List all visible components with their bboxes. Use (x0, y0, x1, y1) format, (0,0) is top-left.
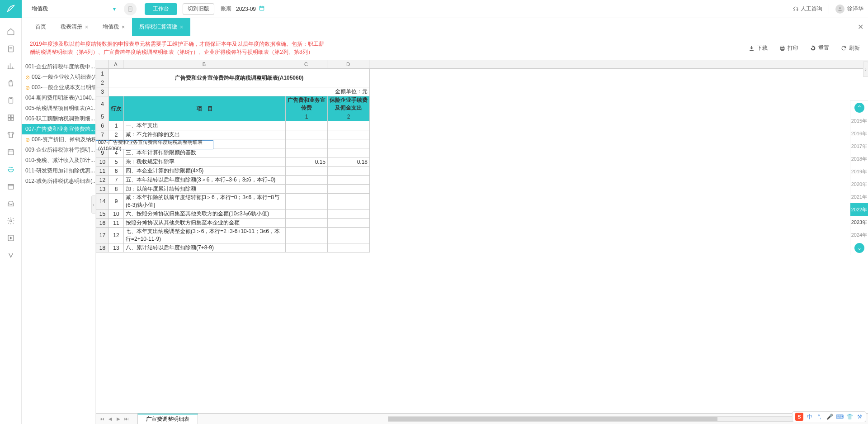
year-item[interactable]: 2015年 (850, 114, 868, 127)
cell-col-d[interactable] (328, 210, 370, 219)
hdr-col-c[interactable]: 广告费和业务宣传费 (286, 96, 328, 112)
tabbar-close-icon[interactable]: ✕ (858, 23, 863, 31)
row-header[interactable]: 15 (96, 210, 109, 219)
chevron-down-icon[interactable]: ▾ (113, 6, 116, 12)
report-item-2[interactable]: ⊘ 003-一般企业成本支出明细... (22, 82, 95, 93)
consult-link[interactable]: 人工咨询 (793, 5, 822, 13)
nav-grid-icon[interactable] (0, 110, 22, 125)
cell-item[interactable]: 四、本企业计算的扣除限额(4×5) (124, 167, 286, 176)
cell-item[interactable]: 五、本年结转以后年度扣除额(3＞6，本行=3-6；3≤6，本行=0) (124, 176, 286, 185)
row-header[interactable]: 12 (96, 176, 109, 185)
ime-keyboard-icon[interactable]: ⌨ (836, 414, 843, 420)
nav-gear-icon[interactable] (0, 214, 22, 228)
cell-item[interactable]: 六、按照分摊协议归集至其他关联方的金额(10≤3与6孰小值) (124, 210, 286, 219)
cell-col-d[interactable] (328, 176, 370, 185)
nav-bag-icon[interactable] (0, 76, 22, 91)
cell-item[interactable]: 乘：税收规定扣除率 (124, 157, 286, 167)
nav-doc-icon[interactable] (0, 42, 22, 56)
cell-item[interactable]: 一、本年支出 (124, 121, 286, 130)
hdr-col-d[interactable]: 保险企业手续费及佣金支出 (328, 96, 370, 112)
scrollbar-thumb[interactable] (388, 417, 717, 421)
refresh-button[interactable]: 刷新 (841, 44, 860, 52)
year-scroll-down-icon[interactable]: ⌄ (854, 243, 864, 253)
nav-inbox-icon[interactable] (0, 196, 22, 211)
hdr-rowno[interactable]: 行次 (109, 96, 124, 121)
year-item[interactable]: 2024年 (850, 229, 868, 241)
report-item-7[interactable]: ⊘ 008-资产折旧、摊销及纳税... (22, 134, 95, 145)
sheet-title[interactable]: 广告费和业务宣传费跨年度纳税调整明细表(A105060) (109, 69, 370, 87)
year-item[interactable]: 2021年 (850, 191, 868, 203)
cell-rowno[interactable]: 6 (109, 167, 124, 176)
hdr-item[interactable]: 项 目 (124, 96, 286, 121)
row-header[interactable]: 4 (96, 96, 109, 112)
horizontal-scrollbar[interactable] (388, 416, 859, 422)
row-header[interactable]: 7 (96, 130, 109, 139)
row-header[interactable]: 1 (96, 69, 109, 78)
row-header[interactable]: 6 (96, 121, 109, 130)
year-item[interactable]: 2022年 (850, 203, 868, 216)
year-scroll-up-icon[interactable]: ⌃ (854, 103, 864, 113)
cell-col-c[interactable] (286, 210, 328, 219)
cell-rowno[interactable]: 12 (109, 228, 124, 243)
tab-1[interactable]: 税表清册 × (53, 18, 95, 36)
nav-play-icon[interactable] (0, 231, 22, 245)
period-value[interactable]: 2023-09 (236, 6, 256, 12)
reset-button[interactable]: 重置 (810, 44, 829, 52)
ime-skin-icon[interactable]: 👕 (846, 414, 853, 420)
tab-2[interactable]: 增值税 × (95, 18, 132, 36)
tab-close-icon[interactable]: × (180, 24, 183, 30)
report-item-1[interactable]: ⊘ 002-一般企业收入明细表(A... (22, 72, 95, 82)
workbench-button[interactable]: 工作台 (145, 3, 177, 15)
cell-rowno[interactable]: 7 (109, 176, 124, 185)
old-version-button[interactable]: 切到旧版 (183, 3, 214, 15)
collapse-handle-icon[interactable]: ‹ (91, 195, 96, 214)
nav-chart-icon[interactable] (0, 59, 22, 73)
cell-col-c[interactable] (286, 148, 328, 157)
year-item[interactable]: 2017年 (850, 140, 868, 152)
cell-item[interactable]: 八、累计结转以后年度扣除额(7+8-9) (124, 243, 286, 252)
user-block[interactable]: 徐泽华 (829, 5, 863, 14)
report-item-10[interactable]: 011-研发费用加计扣除优惠... (22, 166, 95, 176)
print-button[interactable]: 打印 (779, 44, 798, 52)
cell-col-c[interactable] (286, 167, 328, 176)
cell-col-c[interactable] (286, 121, 328, 130)
cell-item[interactable]: 减：本年扣除的以前年度结转额[3＞6，本行=0；3≤6，本行=8与(6-3)孰小… (124, 194, 286, 210)
cell-rowno[interactable]: 2 (109, 130, 124, 139)
report-item-9[interactable]: 010-免税、减计收入及加计... (22, 155, 95, 166)
tab-close-icon[interactable]: × (85, 24, 88, 30)
cell-col-c[interactable] (286, 243, 328, 252)
app-logo[interactable] (0, 0, 22, 18)
cell-col-c[interactable] (286, 185, 328, 194)
col-header-A[interactable]: A (108, 60, 123, 68)
nav-bowl-icon[interactable] (0, 162, 22, 176)
cell-col-c[interactable] (286, 219, 328, 228)
sheet-tab[interactable]: 广宣费调整明细表 (137, 414, 198, 424)
calendar-icon[interactable] (259, 5, 265, 13)
cell-item[interactable]: 七、本年支出纳税调整金额(3＞6，本行=2+3-6+10-11；3≤6，本行=2… (124, 228, 286, 243)
sheet-nav-next-icon[interactable]: ▶ (115, 415, 122, 423)
cell-rowno[interactable]: 11 (109, 219, 124, 228)
year-item[interactable]: 2016年 (850, 127, 868, 140)
nav-calendar-icon[interactable] (0, 145, 22, 159)
row-header[interactable]: 2 (96, 78, 109, 87)
hdr-col-d-no[interactable]: 2 (328, 112, 370, 121)
ime-lang-icon[interactable]: 中 (806, 413, 813, 421)
cell-item[interactable]: 减：不允许扣除的支出 (124, 130, 286, 139)
cell-col-c[interactable] (286, 228, 328, 243)
row-header[interactable]: 11 (96, 167, 109, 176)
tab-3[interactable]: 所得税汇算清缴 × (132, 18, 190, 36)
report-item-3[interactable]: 004-期间费用明细表(A1040... (22, 93, 95, 103)
nav-box-icon[interactable] (0, 179, 22, 194)
row-header[interactable]: 17 (96, 228, 109, 243)
download-button[interactable]: 下载 (749, 44, 768, 52)
nav-home-icon[interactable] (0, 24, 22, 39)
report-item-6[interactable]: 007-广告费和业务宣传费跨... (22, 124, 95, 134)
cell-col-c[interactable] (286, 176, 328, 185)
row-header[interactable]: 14 (96, 194, 109, 210)
year-item[interactable]: 2018年 (850, 152, 868, 165)
cell-item[interactable]: 按照分摊协议从其他关联方归集至本企业的金额 (124, 219, 286, 228)
ime-mic-icon[interactable]: 🎤 (826, 414, 833, 420)
cell-col-d[interactable] (328, 121, 370, 130)
cell-item[interactable]: 加：以前年度累计结转扣除额 (124, 185, 286, 194)
sheet-nav-last-icon[interactable]: ⏭ (123, 415, 130, 423)
